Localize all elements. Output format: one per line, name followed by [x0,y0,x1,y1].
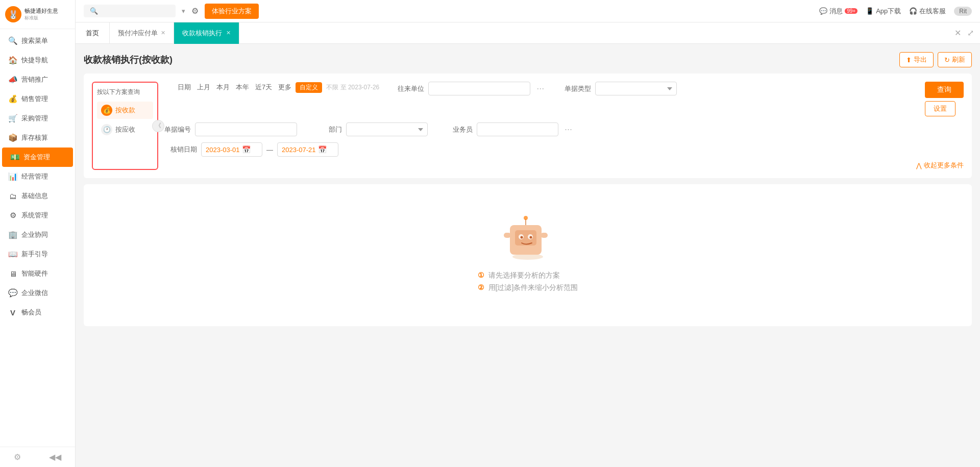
topbar-right: 💬 消息 99+ 📱 App下载 🎧 在线客服 Rit [819,7,972,16]
topbar: 🔍 ▾ ⚙ 体验行业方案 💬 消息 99+ 📱 App下载 🎧 在线客服 Rit [76,0,980,22]
verify-date-end-picker[interactable]: 2023-07-21 📅 [277,142,338,157]
empty-hint-1: ① 请先选择要分析的方案 [478,271,578,280]
date-last-7days[interactable]: 近7天 [253,82,274,93]
dept-label: 部门 [315,125,342,134]
sidebar-item-funds[interactable]: 💵 资金管理 [2,148,73,167]
sidebar-label-purchase: 采购管理 [21,114,48,123]
filter-fields: 日期 上月 本月 本年 近7天 更多 自定义 不限 至 2023-07-26 [164,82,964,170]
empty-hint-2: ② 用[过滤]条件来缩小分析范围 [478,283,578,292]
staff-input[interactable] [477,122,558,136]
close-all-tabs-icon[interactable]: ✕ [952,26,963,40]
partner-more-icon[interactable]: ··· [534,83,546,94]
sidebar-item-system[interactable]: ⚙ 系统管理 [0,206,75,225]
sidebar-item-purchase[interactable]: 🛒 采购管理 [0,109,75,128]
date-this-month[interactable]: 本月 [214,82,232,93]
svg-point-5 [521,236,523,239]
sidebar-bottom: ⚙ ◀◀ [0,447,75,467]
doc-no-input[interactable] [195,122,297,136]
sidebar-item-basic[interactable]: 🗂 基础信息 [0,186,75,206]
management-icon: 📊 [8,172,17,181]
solution-button[interactable]: 体验行业方案 [205,4,259,19]
system-icon: ⚙ [8,211,17,220]
partner-input[interactable] [428,82,530,95]
dept-select[interactable] [346,122,428,136]
date-label: 日期 [164,83,191,92]
funds-icon: 💵 [10,153,19,162]
sidebar-label-shortcuts: 快捷导航 [21,56,48,65]
tab-prepayment[interactable]: 预付冲应付单 ✕ [110,22,174,44]
verify-date-start-picker[interactable]: 2023-03-01 📅 [201,142,262,157]
query-button[interactable]: 查询 [925,82,964,98]
verify-tab-close[interactable]: ✕ [226,30,231,36]
sales-icon: 💰 [8,94,17,104]
topbar-search-box[interactable]: 🔍 [84,5,176,17]
sidebar: 🐰 畅捷通好生意 标准版 🔍 搜索菜单 🏠 快捷导航 📣 营销推广 💰 销售管理… [0,0,76,467]
tabs-end-actions: ✕ ⤢ [952,26,980,40]
date-this-year[interactable]: 本年 [234,82,251,93]
query-btn-area: 查询 设置 [925,82,964,116]
date-quick-buttons: 上月 本月 本年 近7天 更多 自定义 [195,82,322,93]
staff-more-icon[interactable]: ··· [562,124,574,135]
verify-date-label: 核销日期 [164,145,197,154]
wechat-icon: 💬 [8,288,17,298]
inventory-icon: 📦 [8,133,17,142]
verify-end-date: 2023-07-21 [282,146,316,154]
receivable-icon: 🕐 [101,124,112,135]
doc-type-select[interactable] [595,82,677,95]
sidebar-label-inventory: 库存核算 [21,133,48,142]
basic-icon: 🗂 [8,191,17,201]
refresh-button[interactable]: ↻ 刷新 [938,52,972,67]
filter-scheme-panel: 按以下方案查询 💰 按收款 🕐 按应收 《 [92,82,158,170]
sidebar-item-inventory[interactable]: 📦 库存核算 [0,128,75,148]
sidebar-label-system: 系统管理 [21,211,48,220]
prepayment-tab-close[interactable]: ✕ [161,30,165,36]
sidebar-item-management[interactable]: 📊 经营管理 [0,167,75,186]
sidebar-item-enterprise[interactable]: 🏢 企业协同 [0,225,75,244]
gear-icon[interactable]: ⚙ [191,6,199,16]
logo-area: 🐰 畅捷通好生意 标准版 [0,0,75,29]
filter-option-by-receipt[interactable]: 💰 按收款 [97,102,153,119]
settings-icon[interactable]: ⚙ [14,452,21,462]
settings-button[interactable]: 设置 [925,101,955,116]
export-button[interactable]: ⬆ 导出 [899,52,934,67]
sidebar-item-hardware[interactable]: 🖥 智能硬件 [0,264,75,283]
svg-rect-8 [541,233,548,238]
date-last-month[interactable]: 上月 [195,82,212,93]
main-area: 🔍 ▾ ⚙ 体验行业方案 💬 消息 99+ 📱 App下载 🎧 在线客服 Rit [76,0,980,467]
sidebar-label-guide: 新手引导 [21,250,48,259]
sidebar-item-sales[interactable]: 💰 销售管理 [0,89,75,109]
sidebar-label-wechat: 企业微信 [21,288,48,298]
sidebar-item-guide[interactable]: 📖 新手引导 [0,244,75,264]
expand-tabs-icon[interactable]: ⤢ [965,26,976,40]
sidebar-label-enterprise: 企业协同 [21,230,48,239]
app-download-label: App下载 [876,7,901,16]
home-tab-label: 首页 [86,29,99,38]
tab-home[interactable]: 首页 [76,22,110,44]
service-label: 在线客服 [919,7,946,16]
tab-verify[interactable]: 收款核销执行 ✕ [174,22,239,44]
sidebar-label-search: 搜索菜单 [21,36,48,45]
collapse-more-button[interactable]: ⋀ 收起更多条件 [164,161,964,170]
service-icon: 🎧 [909,7,917,15]
sidebar-item-marketing[interactable]: 📣 营销推广 [0,70,75,89]
date-custom[interactable]: 自定义 [296,82,322,93]
app-download-button[interactable]: 📱 App下载 [866,7,901,16]
date-more[interactable]: 更多 [276,82,293,93]
sidebar-item-shortcuts[interactable]: 🏠 快捷导航 [0,51,75,70]
sidebar-item-search[interactable]: 🔍 搜索菜单 [0,31,75,51]
user-avatar[interactable]: Rit [954,7,972,16]
partner-label: 往来单位 [398,84,424,93]
sidebar-item-wechat[interactable]: 💬 企业微信 [0,283,75,303]
online-service-button[interactable]: 🎧 在线客服 [909,7,946,16]
filter-option-by-receivable[interactable]: 🕐 按应收 [97,121,153,138]
sidebar-menu: 🔍 搜索菜单 🏠 快捷导航 📣 营销推广 💰 销售管理 🛒 采购管理 📦 库存核… [0,29,75,447]
filter-sidebar-collapse-icon[interactable]: 《 [152,120,164,132]
sidebar-item-member[interactable]: V 畅会员 [0,303,75,322]
collapse-sidebar-icon[interactable]: ◀◀ [49,452,61,462]
message-button[interactable]: 💬 消息 99+ [819,7,857,16]
verify-start-date: 2023-03-01 [206,146,240,154]
page-header: 收款核销执行(按收款) ⬆ 导出 ↻ 刷新 [84,52,972,67]
app-name: 畅捷通好生意 [24,7,58,14]
sidebar-label-funds: 资金管理 [23,153,50,162]
dropdown-arrow-icon[interactable]: ▾ [182,7,185,15]
